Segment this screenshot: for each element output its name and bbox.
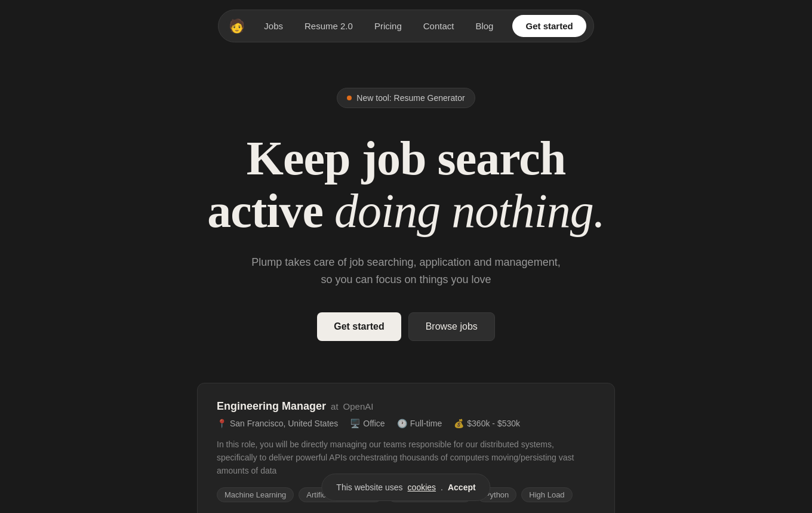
nav-inner: 🧑 Jobs Resume 2.0 Pricing Contact Blog G…	[218, 10, 593, 42]
hero-title-italic: doing nothing.	[334, 185, 605, 237]
hero-browse-jobs-button[interactable]: Browse jobs	[408, 312, 495, 341]
job-company-prefix: at	[331, 401, 339, 411]
badge-text: New tool: Resume Generator	[356, 93, 465, 103]
cookie-link[interactable]: cookies	[408, 483, 436, 492]
hero-get-started-button[interactable]: Get started	[317, 312, 401, 341]
cookie-banner: This website uses cookies . Accept	[321, 474, 490, 501]
job-tag-ml[interactable]: Machine Learning	[217, 487, 294, 502]
cookie-suffix: .	[441, 483, 443, 492]
job-location: 📍 San Francisco, United States	[217, 419, 338, 428]
job-work-type: 🖥️ Office	[350, 419, 385, 428]
hero-title-line1: Keep job search	[247, 132, 566, 185]
job-card-header: Engineering Manager at OpenAI	[217, 400, 595, 413]
hero-buttons: Get started Browse jobs	[317, 312, 495, 341]
nav-link-pricing[interactable]: Pricing	[365, 16, 411, 36]
badge-dot-icon	[347, 96, 352, 100]
logo-icon: 🧑	[229, 19, 245, 34]
salary-icon: 💰	[454, 419, 464, 428]
nav-link-resume[interactable]: Resume 2.0	[295, 16, 362, 36]
nav-link-jobs[interactable]: Jobs	[254, 16, 293, 36]
nav-link-contact[interactable]: Contact	[414, 16, 464, 36]
hero-section: New tool: Resume Generator Keep job sear…	[0, 52, 812, 365]
job-schedule-text: Full-time	[410, 419, 442, 428]
hero-title: Keep job search active doing nothing.	[207, 132, 605, 237]
job-meta: 📍 San Francisco, United States 🖥️ Office…	[217, 419, 595, 428]
job-title: Engineering Manager	[217, 400, 326, 413]
nav-logo: 🧑	[226, 16, 247, 37]
nav-links: Jobs Resume 2.0 Pricing Contact Blog	[254, 16, 503, 36]
clock-icon: 🕐	[397, 419, 407, 428]
hero-subtitle: Plump takes care of job searching, appli…	[251, 254, 561, 288]
job-work-type-text: Office	[363, 419, 385, 428]
job-schedule: 🕐 Full-time	[397, 419, 442, 428]
location-icon: 📍	[217, 419, 227, 428]
navbar: 🧑 Jobs Resume 2.0 Pricing Contact Blog G…	[0, 0, 812, 52]
job-salary-text: $360k - $530k	[467, 419, 520, 428]
job-company-name: OpenAI	[343, 401, 374, 411]
cookie-accept-button[interactable]: Accept	[448, 483, 476, 492]
nav-link-blog[interactable]: Blog	[466, 16, 503, 36]
job-description: In this role, you will be directly manag…	[217, 438, 595, 478]
cookie-message: This website uses	[336, 483, 402, 492]
job-tag-highload[interactable]: High Load	[521, 487, 572, 502]
job-salary: 💰 $360k - $530k	[454, 419, 520, 428]
job-location-text: San Francisco, United States	[230, 419, 338, 428]
hero-title-line2-normal: active	[207, 185, 334, 237]
office-icon: 🖥️	[350, 419, 360, 428]
announcement-badge[interactable]: New tool: Resume Generator	[337, 88, 475, 108]
nav-cta-button[interactable]: Get started	[512, 15, 586, 37]
